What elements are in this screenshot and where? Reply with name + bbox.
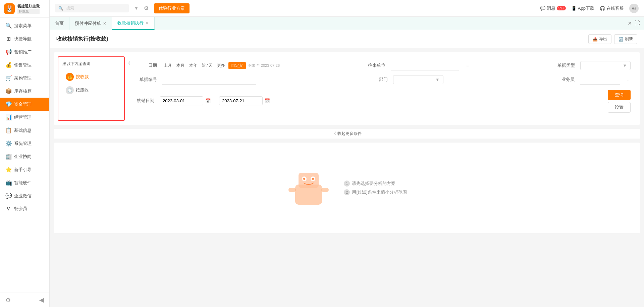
- date-shortcuts: 上月 本月 本年 近7天 更多 自定义 不限 至 2023-07-26: [162, 62, 280, 69]
- tab-close-collection[interactable]: ✕: [146, 21, 149, 25]
- verify-date-group: 📅 — 📅: [160, 96, 270, 105]
- tab-collection[interactable]: 收款核销执行 ✕: [112, 17, 155, 30]
- salesperson-label: 业务员: [554, 76, 575, 83]
- export-button[interactable]: 📤 导出: [588, 34, 611, 44]
- tv-icon: 📺: [5, 180, 11, 186]
- sidebar: 🐰 畅捷通好生意 标准版 🔍 搜索菜单 ⊞ 快捷导航 📢 营销推广 💰 销售管理…: [0, 0, 50, 307]
- filter-panel: 按以下方案查询 💰 按收款 🕐 按应收 《 日期: [54, 52, 640, 125]
- department-select[interactable]: ▼: [393, 75, 443, 84]
- doc-number-input[interactable]: [162, 74, 256, 85]
- sidebar-item-guide[interactable]: ⭐ 新手引导: [0, 163, 49, 176]
- svg-rect-6: [288, 188, 296, 192]
- tabs-bar: 首页 预付冲应付单 ✕ 收款核销执行 ✕ ✕ ⛶: [50, 17, 644, 30]
- collapse-more-btn[interactable]: 《 收起更多条件: [54, 129, 640, 139]
- page-header: 收款核销执行(按收款) 📤 导出 🔄 刷新: [50, 30, 644, 48]
- svg-rect-1: [299, 173, 319, 188]
- star-icon: ⭐: [5, 166, 11, 173]
- date-custom-tag[interactable]: 自定义: [228, 62, 246, 69]
- date-last-month[interactable]: 上月: [162, 62, 173, 69]
- refresh-icon: 🔄: [619, 37, 624, 42]
- date-more[interactable]: 更多: [216, 62, 226, 69]
- sidebar-logo: 🐰 畅捷通好生意 标准版: [0, 0, 49, 18]
- empty-content: 1 请先选择要分析的方案 2 用[过滤]条件来缩小分析范围: [287, 169, 407, 206]
- settings-button[interactable]: 设置: [608, 102, 631, 113]
- chevron-down-icon[interactable]: ▼: [134, 6, 139, 11]
- industry-solution-button[interactable]: 休验行业方案: [154, 3, 190, 13]
- sidebar-item-enterprise[interactable]: 🏢 企业协同: [0, 150, 49, 163]
- counterparty-more-icon[interactable]: ···: [466, 63, 469, 68]
- salesperson-more-icon[interactable]: ···: [627, 77, 631, 82]
- header-gear-icon[interactable]: ⚙: [144, 5, 149, 11]
- sidebar-item-search[interactable]: 🔍 搜索菜单: [0, 19, 49, 32]
- date-this-year[interactable]: 本年: [188, 62, 199, 69]
- sidebar-item-system[interactable]: ⚙️ 系统管理: [0, 137, 49, 150]
- sidebar-item-finance[interactable]: 💎 资金管理: [0, 98, 49, 111]
- close-window-icon[interactable]: ✕: [628, 20, 632, 27]
- page-actions: 📤 导出 🔄 刷新: [588, 34, 637, 44]
- logo-text: 畅捷通好生意 标准版: [17, 4, 40, 14]
- calendar-end-icon[interactable]: 📅: [265, 98, 270, 103]
- tab-close-prepay[interactable]: ✕: [103, 21, 106, 26]
- verify-date-end-input[interactable]: [219, 96, 263, 105]
- sidebar-item-purchase[interactable]: 🛒 采购管理: [0, 71, 49, 85]
- building-icon: 🏢: [5, 153, 11, 160]
- app-download-button[interactable]: 📱 App下载: [571, 5, 594, 11]
- doc-number-label: 单据编号: [137, 76, 157, 83]
- sidebar-item-member[interactable]: V 畅会员: [0, 202, 49, 215]
- sidebar-item-marketing[interactable]: 📢 营销推广: [0, 45, 49, 58]
- document-type-select[interactable]: ▼: [580, 61, 631, 70]
- page-title: 收款核销执行(按收款): [56, 36, 108, 43]
- main-area: 🔍 搜索 ▼ ⚙ 休验行业方案 💬 消息 99+ 📱 App下载 🎧 在线客服 …: [50, 0, 644, 307]
- sidebar-item-inventory[interactable]: 📦 库存核算: [0, 85, 49, 98]
- salesperson-input[interactable]: [580, 74, 620, 85]
- chevron-left-icon: 《: [126, 60, 130, 66]
- maximize-icon[interactable]: ⛶: [635, 20, 640, 27]
- search-icon-header: 🔍: [58, 6, 63, 11]
- date-this-month[interactable]: 本月: [175, 62, 186, 69]
- doc-icon: 📋: [5, 127, 11, 134]
- verify-date-start-input[interactable]: [160, 96, 203, 105]
- sidebar-item-weixin[interactable]: 💬 企业微信: [0, 189, 49, 202]
- counterparty-input[interactable]: [391, 60, 459, 70]
- sales-icon: 💰: [5, 62, 11, 68]
- svg-point-5: [312, 178, 314, 180]
- filter-row-3: 核销日期 📅 — 📅 查询 设置: [137, 89, 631, 113]
- sidebar-item-quick-nav[interactable]: ⊞ 快捷导航: [0, 32, 49, 45]
- tab-prepay[interactable]: 预付冲应付单 ✕: [69, 17, 112, 30]
- dropdown-arrow-icon: ▼: [623, 63, 627, 68]
- sidebar-item-business[interactable]: 📊 经营管理: [0, 111, 49, 124]
- filter-options-sidebar: 按以下方案查询 💰 按收款 🕐 按应收: [58, 56, 125, 121]
- filter-collapse-btn[interactable]: 《: [125, 56, 131, 121]
- query-button[interactable]: 查询: [608, 90, 631, 100]
- date-label: 日期: [137, 62, 157, 68]
- date-last-7-days[interactable]: 近7天: [201, 62, 214, 69]
- service-icon: 🎧: [600, 6, 605, 11]
- header-search[interactable]: 🔍 搜索: [55, 4, 129, 12]
- settings-bottom-icon[interactable]: ⚙: [5, 296, 11, 304]
- hint-1: 1 请先选择要分析的方案: [344, 181, 407, 187]
- filter-sidebar-title: 按以下方案查询: [62, 61, 120, 67]
- filter-option-by-receipt[interactable]: 💰 按收款: [62, 70, 120, 84]
- online-service-button[interactable]: 🎧 在线客服: [600, 5, 624, 11]
- date-range-display: 不限 至 2023-07-26: [248, 63, 280, 68]
- top-header: 🔍 搜索 ▼ ⚙ 休验行业方案 💬 消息 99+ 📱 App下载 🎧 在线客服 …: [50, 0, 644, 17]
- refresh-button[interactable]: 🔄 刷新: [614, 34, 637, 44]
- sidebar-item-hardware[interactable]: 📺 智能硬件: [0, 176, 49, 189]
- cart-icon: 🛒: [5, 75, 11, 81]
- empty-state: 1 请先选择要分析的方案 2 用[过滤]条件来缩小分析范围: [54, 143, 640, 233]
- finance-icon: 💎: [5, 101, 11, 107]
- sidebar-item-sales[interactable]: 💰 销售管理: [0, 58, 49, 71]
- sidebar-bottom: ⚙ ◀: [0, 293, 49, 307]
- messages-button[interactable]: 💬 消息 99+: [540, 5, 566, 11]
- user-avatar[interactable]: Rit: [629, 4, 639, 13]
- filter-row-1: 日期 上月 本月 本年 近7天 更多 自定义 不限 至 2023-07-26 往…: [137, 60, 631, 70]
- filter-row-2: 单据编号 部门 ▼ 业务员 ···: [137, 74, 631, 85]
- page-content: 收款核销执行(按收款) 📤 导出 🔄 刷新 按以下方案查询 💰 按收款: [50, 30, 644, 307]
- tab-home[interactable]: 首页: [50, 17, 69, 30]
- verify-date-label: 核销日期: [137, 98, 154, 104]
- collapse-sidebar-icon[interactable]: ◀: [39, 296, 44, 304]
- vip-icon: V: [5, 206, 11, 211]
- calendar-start-icon[interactable]: 📅: [205, 98, 211, 103]
- sidebar-item-basic-info[interactable]: 📋 基础信息: [0, 124, 49, 137]
- filter-option-by-receivable[interactable]: 🕐 按应收: [62, 84, 120, 97]
